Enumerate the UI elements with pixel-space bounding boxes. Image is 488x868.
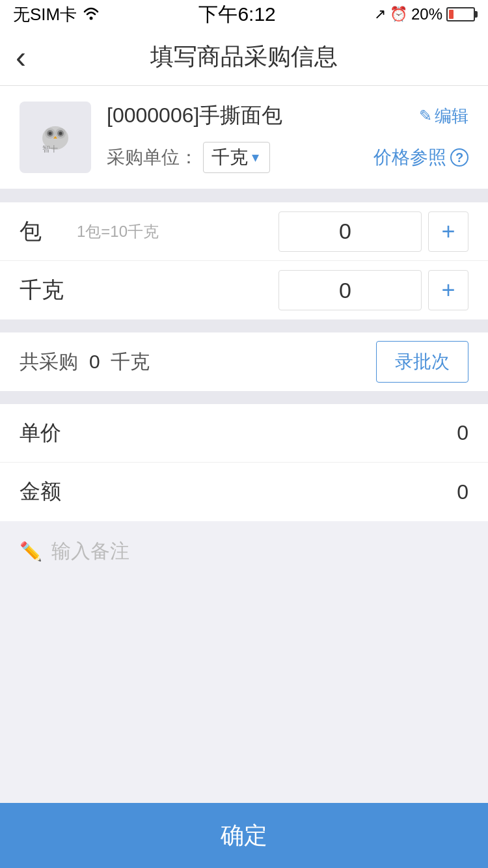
svg-point-0	[90, 16, 93, 20]
pencil-icon: ✏️	[20, 541, 42, 562]
price-ref-icon: ?	[450, 148, 468, 167]
status-bar: 无SIM卡 下午6:12 ↗ ⏰ 20%	[0, 0, 488, 29]
total-prefix: 共采购	[20, 351, 78, 372]
total-amount: 0	[89, 351, 100, 372]
confirm-label: 确定	[221, 820, 267, 852]
battery-icon	[446, 7, 475, 21]
product-image: 智十	[20, 102, 91, 173]
content-fill	[0, 582, 488, 764]
amount-label: 金额	[20, 478, 61, 506]
price-section: 单价 0 金额 0	[0, 404, 488, 521]
status-left: 无SIM卡	[13, 3, 100, 26]
record-batch-button[interactable]: 录批次	[376, 341, 468, 383]
back-button[interactable]: ‹	[16, 39, 26, 75]
bag-input-row: 包 1包=10千克 +	[0, 202, 488, 261]
product-name: [0000006]手撕面包	[107, 102, 282, 130]
product-info: [0000006]手撕面包 ✎ 编辑 采购单位： 千克 ▾ 价格参照 ?	[107, 102, 468, 173]
wifi-icon	[82, 5, 100, 25]
location-icon: ↗	[374, 6, 386, 23]
product-name-row: [0000006]手撕面包 ✎ 编辑	[107, 102, 468, 130]
bag-input-section: 包 1包=10千克 +	[0, 202, 488, 261]
unit-price-value: 0	[457, 421, 468, 445]
price-ref-label: 价格参照	[373, 145, 446, 170]
battery-pct: 20%	[411, 5, 442, 23]
bag-quantity-input[interactable]	[278, 211, 422, 252]
edit-button[interactable]: ✎ 编辑	[419, 105, 468, 128]
note-section[interactable]: ✏️ 输入备注	[0, 521, 488, 582]
product-unit-row: 采购单位： 千克 ▾ 价格参照 ?	[107, 142, 468, 173]
bag-label: 包	[20, 217, 72, 247]
bag-input-control: +	[278, 211, 468, 252]
bag-sublabel: 1包=10千克	[77, 221, 278, 242]
nav-bar: ‹ 填写商品采购信息	[0, 29, 488, 86]
amount-row: 金额 0	[0, 463, 488, 521]
edit-label: 编辑	[435, 105, 468, 128]
alarm-icon: ⏰	[390, 6, 407, 23]
svg-point-7	[59, 131, 62, 135]
edit-icon: ✎	[419, 107, 432, 125]
total-unit: 千克	[111, 351, 150, 372]
amount-value: 0	[457, 480, 468, 504]
status-right: ↗ ⏰ 20%	[374, 5, 475, 23]
note-placeholder: 输入备注	[51, 538, 129, 565]
unit-select[interactable]: 千克 ▾	[203, 142, 270, 173]
bag-plus-button[interactable]: +	[428, 211, 468, 252]
unit-price-label: 单价	[20, 419, 61, 448]
divider-1	[0, 189, 488, 202]
status-time: 下午6:12	[198, 1, 275, 28]
confirm-button[interactable]: 确定	[0, 803, 488, 868]
divider-3	[0, 391, 488, 404]
svg-text:智十: 智十	[42, 144, 58, 154]
unit-value: 千克	[211, 145, 248, 170]
carrier-text: 无SIM卡	[13, 3, 77, 26]
kg-plus-button[interactable]: +	[428, 270, 468, 310]
kg-input-row: 千克 +	[0, 261, 488, 319]
owl-icon: 智十	[36, 115, 75, 160]
price-ref-button[interactable]: 价格参照 ?	[373, 145, 468, 170]
kg-quantity-input[interactable]	[278, 270, 422, 310]
unit-dropdown-arrow: ▾	[252, 149, 259, 166]
total-row: 共采购 0 千克 录批次	[20, 332, 468, 391]
total-section: 共采购 0 千克 录批次	[0, 332, 488, 391]
svg-point-6	[49, 131, 52, 135]
unit-label: 采购单位：	[107, 145, 198, 170]
kg-input-section: 千克 +	[0, 261, 488, 319]
kg-label: 千克	[20, 275, 72, 305]
total-text-group: 共采购 0 千克	[20, 349, 150, 375]
back-icon: ‹	[16, 39, 26, 75]
product-card: 智十 [0000006]手撕面包 ✎ 编辑 采购单位： 千克 ▾ 价格参照 ?	[0, 86, 488, 189]
kg-input-control: +	[278, 270, 468, 310]
unit-price-row: 单价 0	[0, 404, 488, 463]
divider-2	[0, 319, 488, 332]
page-title: 填写商品采购信息	[150, 41, 338, 73]
